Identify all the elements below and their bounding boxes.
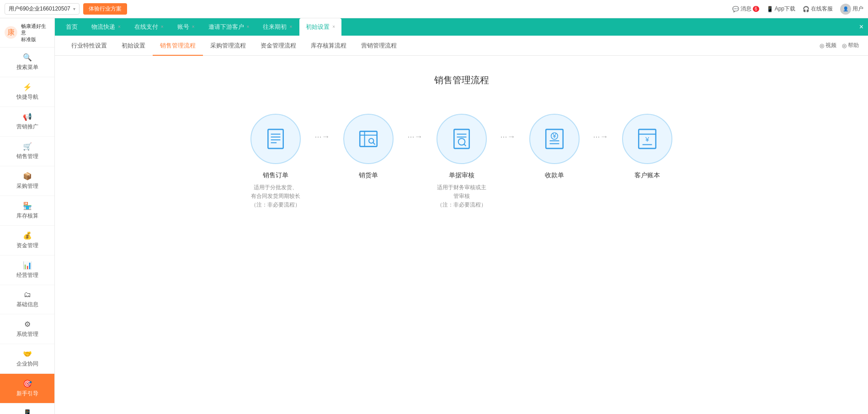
close-icon[interactable]: × bbox=[289, 18, 292, 36]
content-area: 行业特性设置初始设置销售管理流程采购管理流程资金管理流程库存核算流程营销管理流程… bbox=[55, 36, 868, 414]
sidebar-item-label: 采购管理 bbox=[16, 182, 38, 190]
user-selector[interactable]: 用户690企业1660120507 ▾ bbox=[5, 3, 80, 15]
sidebar-item-app-center[interactable]: 📱应用中心 bbox=[0, 403, 54, 414]
sidebar-item-label: 库存核算 bbox=[16, 212, 38, 220]
online-service-btn[interactable]: 🎧 在线客服 bbox=[803, 5, 833, 13]
message-btn[interactable]: 💬 消息 6 bbox=[732, 5, 759, 13]
sidebar-item-label: 企业协同 bbox=[16, 360, 38, 368]
app-download-btn[interactable]: 📱 App下载 bbox=[767, 5, 795, 13]
sidebar-item-quick[interactable]: ⚡快捷导航 bbox=[0, 77, 54, 107]
sidebar-item-enterprise-collab[interactable]: 🤝企业协同 bbox=[0, 344, 54, 374]
process-step-1: 销货单 bbox=[332, 114, 405, 183]
sidebar: 康 畅康通好生意 标准版 🔍搜索菜单⚡快捷导航📢营销推广🛒销售管理📦采购管理🏪库… bbox=[0, 18, 55, 414]
close-icon[interactable]: × bbox=[161, 18, 164, 36]
sub-tab-营销管理流程[interactable]: 营销管理流程 bbox=[354, 36, 404, 56]
help-btn[interactable]: ◎ 帮助 bbox=[842, 42, 859, 49]
basic-info-icon: 🗂 bbox=[24, 291, 31, 299]
experience-btn[interactable]: 体验行业方案 bbox=[83, 3, 127, 15]
sidebar-logo: 康 畅康通好生意 标准版 bbox=[0, 18, 54, 48]
sub-tab-库存核算流程[interactable]: 库存核算流程 bbox=[304, 36, 354, 56]
nav-tab-初始设置[interactable]: 初始设置× bbox=[299, 18, 341, 36]
user-name-label: 用户 bbox=[852, 5, 863, 13]
sidebar-item-marketing-promo[interactable]: 📢营销推广 bbox=[0, 107, 54, 137]
sidebar-item-inventory[interactable]: 🏪库存核算 bbox=[0, 196, 54, 226]
sub-tabs: 行业特性设置初始设置销售管理流程采购管理流程资金管理流程库存核算流程营销管理流程… bbox=[55, 36, 868, 56]
process-circle-2[interactable] bbox=[437, 114, 487, 164]
user-avatar-btn[interactable]: 👤 用户 bbox=[840, 4, 863, 15]
inventory-icon: 🏪 bbox=[23, 202, 32, 210]
sidebar-item-operations[interactable]: 📊经营管理 bbox=[0, 255, 54, 285]
svg-point-15 bbox=[458, 138, 465, 145]
sub-tab-销售管理流程[interactable]: 销售管理流程 bbox=[153, 36, 203, 56]
quick-icon: ⚡ bbox=[23, 83, 32, 91]
sidebar-item-basic-info[interactable]: 🗂基础信息 bbox=[0, 285, 54, 314]
svg-text:康: 康 bbox=[7, 28, 15, 36]
guide-icon: 🎯 bbox=[23, 379, 32, 388]
message-label: 消息 bbox=[740, 5, 751, 13]
sub-tab-行业特性设置[interactable]: 行业特性设置 bbox=[64, 36, 114, 56]
process-step-2: 单据审核 适用于财务审核或主管审核（注：非必要流程） bbox=[425, 114, 498, 210]
arrow-icon: ···→ bbox=[314, 132, 330, 142]
sidebar-item-sales[interactable]: 🛒销售管理 bbox=[0, 137, 54, 166]
process-step-3: ¥ 收款单 bbox=[518, 114, 591, 183]
online-service-label: 在线客服 bbox=[811, 5, 833, 13]
nav-tab-邀请下游客户[interactable]: 邀请下游客户× bbox=[202, 18, 256, 36]
sidebar-item-label: 快捷导航 bbox=[16, 93, 38, 101]
process-circle-3[interactable]: ¥ bbox=[529, 114, 580, 164]
sidebar-item-finance[interactable]: 💰资金管理 bbox=[0, 226, 54, 255]
nav-tab-物流快递[interactable]: 物流快递× bbox=[85, 18, 127, 36]
nav-tabs: 首页物流快递×在线支付×账号×邀请下游客户×往来期初×初始设置×× bbox=[55, 18, 868, 36]
process-circle-4[interactable]: ¥ bbox=[622, 114, 672, 164]
marketing-promo-icon: 📢 bbox=[23, 112, 32, 121]
nav-tab-label: 在线支付 bbox=[134, 18, 158, 36]
sidebar-item-guide[interactable]: 🎯新手引导 bbox=[0, 374, 54, 403]
arrow-icon: ···→ bbox=[501, 132, 516, 142]
nav-tab-首页[interactable]: 首页 bbox=[59, 18, 84, 36]
svg-point-10 bbox=[369, 138, 374, 143]
nav-tab-label: 账号 bbox=[177, 18, 189, 36]
operations-icon: 📊 bbox=[23, 261, 32, 270]
sidebar-item-search[interactable]: 🔍搜索菜单 bbox=[0, 48, 54, 77]
top-bar-left: 用户690企业1660120507 ▾ 体验行业方案 bbox=[5, 3, 127, 15]
close-icon[interactable]: × bbox=[192, 18, 195, 36]
purchase-icon: 📦 bbox=[23, 172, 32, 180]
nav-tab-往来期初[interactable]: 往来期初× bbox=[256, 18, 298, 36]
sidebar-item-label: 搜索菜单 bbox=[16, 64, 38, 71]
finance-icon: 💰 bbox=[23, 231, 32, 240]
arrow-icon: ···→ bbox=[593, 132, 608, 142]
app-logo-icon: 康 bbox=[4, 25, 18, 40]
sidebar-item-label: 系统管理 bbox=[16, 330, 38, 338]
sidebar-item-label: 基础信息 bbox=[16, 301, 38, 308]
nav-tab-在线支付[interactable]: 在线支付× bbox=[128, 18, 170, 36]
process-circle-1[interactable] bbox=[343, 114, 394, 164]
enterprise-collab-icon: 🤝 bbox=[23, 350, 32, 358]
arrow-icon: ···→ bbox=[407, 132, 422, 142]
process-circle-0[interactable] bbox=[250, 114, 301, 164]
top-bar-right: 💬 消息 6 📱 App下载 🎧 在线客服 👤 用户 bbox=[732, 4, 863, 15]
download-icon: 📱 bbox=[767, 6, 773, 12]
sub-tab-资金管理流程[interactable]: 资金管理流程 bbox=[253, 36, 304, 56]
sidebar-item-label: 销售管理 bbox=[16, 153, 38, 160]
avatar: 👤 bbox=[840, 4, 851, 15]
sub-tab-初始设置[interactable]: 初始设置 bbox=[114, 36, 153, 56]
sub-tabs-right: ◎ 视频 ◎ 帮助 bbox=[820, 42, 859, 49]
sidebar-item-system[interactable]: ⚙系统管理 bbox=[0, 314, 54, 344]
video-btn[interactable]: ◎ 视频 bbox=[820, 42, 836, 49]
app-center-icon: 📱 bbox=[23, 409, 32, 414]
sub-tab-采购管理流程[interactable]: 采购管理流程 bbox=[203, 36, 253, 56]
sidebar-item-label: 资金管理 bbox=[16, 242, 38, 249]
nav-tab-账号[interactable]: 账号× bbox=[171, 18, 201, 36]
message-icon: 💬 bbox=[732, 6, 739, 12]
process-step-4: ¥ 客户账本 bbox=[611, 114, 684, 183]
process-step-name-0: 销售订单 bbox=[263, 171, 288, 180]
process-container: 销售管理流程 销售订单 适用于分批发货、有合同发货周期较长（注：非必要流程） ·… bbox=[55, 56, 868, 228]
sidebar-item-purchase[interactable]: 📦采购管理 bbox=[0, 166, 54, 196]
close-icon[interactable]: × bbox=[247, 18, 250, 36]
close-icon[interactable]: × bbox=[332, 18, 335, 36]
process-step-desc-0: 适用于分批发货、有合同发货周期较长（注：非必要流程） bbox=[251, 183, 300, 210]
nav-tabs-close-btn[interactable]: × bbox=[859, 23, 863, 31]
system-icon: ⚙ bbox=[24, 320, 31, 329]
close-icon[interactable]: × bbox=[118, 18, 121, 36]
sidebar-item-label: 经营管理 bbox=[16, 271, 38, 279]
process-step-name-1: 销货单 bbox=[359, 171, 378, 180]
